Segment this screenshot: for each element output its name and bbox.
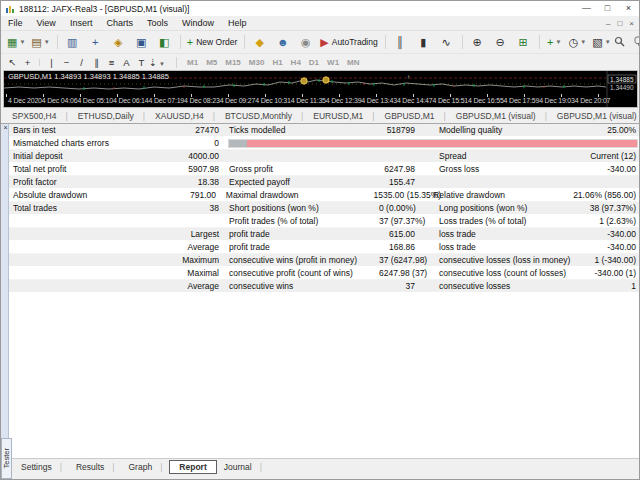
mql5-community-icon[interactable]: ☻ ▼	[272, 33, 293, 51]
tester-tab[interactable]: EURUSD,M1	[308, 110, 379, 122]
tester-tab[interactable]: SPX500,H4	[7, 110, 73, 122]
templates-icon[interactable]: ▧ ▼	[590, 33, 612, 51]
indicators-icon[interactable]: + ▼	[544, 33, 565, 51]
equidistant-channel-icon[interactable]: ∥▼	[89, 57, 104, 68]
menu-item[interactable]: Charts	[99, 18, 140, 28]
timeframe-button[interactable]: M30	[245, 57, 269, 68]
tester-bottom-tab[interactable]: Settings	[14, 461, 69, 473]
tester-tab[interactable]: ETHUSD,Daily	[73, 110, 150, 122]
terminal-icon[interactable]: ▣ ▼	[131, 33, 152, 51]
trendline-icon[interactable]: /▼	[74, 57, 89, 68]
svg-text:↑: ↑	[407, 74, 410, 80]
report-row[interactable]: Maximal consecutive profit (count of win…	[9, 267, 640, 280]
chat-icon[interactable]	[634, 36, 640, 47]
timeframe-button[interactable]: M15	[221, 57, 245, 68]
tester-tab[interactable]: GBPUSD,M1 (visual)	[552, 110, 640, 122]
menu-item[interactable]: File	[1, 18, 30, 28]
mdi-close-button[interactable]: ×	[629, 19, 634, 28]
report-row[interactable]: Initial deposit 4000.00 Spread Current (…	[9, 150, 640, 163]
drawing-toolbar: ↖▼ +▼ |▼ −▼ /▼ ∥▼ ≡▼ A▼ T▼ ⇣▼ M1 M5 M15 …	[1, 54, 639, 70]
mdi-minimize-button[interactable]: –	[606, 19, 610, 28]
time-axis-label: 4 Dec 2020	[8, 97, 42, 104]
navigator-icon[interactable]: ◈ ▼	[108, 33, 129, 51]
arrows-icon[interactable]: ⇣▼	[149, 57, 164, 68]
close-button[interactable]: ×	[618, 1, 639, 16]
vertical-line-icon[interactable]: |▼	[44, 57, 59, 68]
zoom-out-icon[interactable]: ⊖ ▼	[490, 33, 511, 51]
tester-tab[interactable]: XAUUSD,H4	[150, 110, 220, 122]
horizontal-line-icon[interactable]: −▼	[59, 57, 74, 68]
report-row[interactable]: Maximum consecutive wins (profit in mone…	[9, 254, 640, 267]
timeframe-strip: M1 M5 M15 M30 H1 H4 D1 W1 MN	[176, 57, 364, 68]
timeframe-button[interactable]: MN	[343, 57, 363, 68]
tester-bottom-tab[interactable]: Report	[169, 460, 216, 474]
expert-advisors-icon[interactable]: ◆ ▼	[249, 33, 270, 51]
drawing-toolbar-buttons: ↖▼ +▼ |▼ −▼ /▼ ∥▼ ≡▼ A▼ T▼ ⇣▼	[5, 57, 164, 68]
timeframe-button[interactable]: H1	[268, 57, 286, 68]
report-row[interactable]: Total net profit 5907.98 Gross profit 62…	[9, 163, 640, 176]
report-cell-value: 37 (6247.98)	[379, 255, 415, 265]
tester-tab[interactable]: BTCUSD,Monthly	[220, 110, 308, 122]
report-cell-value: 518799	[379, 125, 415, 135]
text-label-icon[interactable]: T▼	[134, 57, 149, 68]
report-cell-label: Absolute drawdown	[9, 190, 153, 200]
cursor-icon[interactable]: ↖▼	[5, 57, 20, 68]
periods-icon[interactable]: ◷ ▼	[567, 33, 589, 51]
timeframe-button[interactable]: D1	[305, 57, 323, 68]
time-axis-label: 4 Dec 13:43	[361, 97, 397, 104]
new-order-icon[interactable]: + New Order ▼	[185, 33, 240, 51]
menu-item[interactable]: Window	[175, 18, 221, 28]
tester-close-icon[interactable]: ×	[2, 124, 9, 132]
tester-bottom-tab[interactable]: Journal	[217, 461, 269, 473]
new-chart-icon[interactable]: ▦ ▼	[5, 33, 27, 51]
title-bar: 188112: JAFX-Real3 - [GBPUSD,M1 (visual)…	[1, 1, 639, 16]
report-row[interactable]: Average consecutive wins 37 consecutive …	[9, 280, 640, 293]
time-axis-label: 4 Dec 10:31	[255, 97, 291, 104]
crosshair-icon[interactable]: +▼	[20, 57, 35, 68]
maximize-button[interactable]: □	[597, 1, 618, 16]
menu-item[interactable]: Help	[221, 18, 254, 28]
menu-item[interactable]: Insert	[63, 18, 100, 28]
tester-tab[interactable]: GBPUSD,M1 (visual)	[451, 110, 552, 122]
zoom-in-icon[interactable]: ⊕ ▼	[467, 33, 488, 51]
line-chart-icon[interactable]: ∿ ▼	[436, 33, 457, 51]
timeframe-button[interactable]: M5	[202, 57, 221, 68]
tile-windows-icon[interactable]: ⊞ ▼	[513, 33, 534, 51]
text-icon[interactable]: A▼	[119, 57, 134, 68]
bar-chart-icon[interactable]: ║ ▼	[390, 33, 411, 51]
tester-bottom-tab[interactable]: Results	[69, 461, 122, 473]
market-icon[interactable]: ◉ ▼	[295, 33, 316, 51]
timeframe-button[interactable]: H4	[287, 57, 305, 68]
menu-bar: File View Insert Charts Tools Window Hel…	[1, 16, 639, 31]
timeframe-button[interactable]: M1	[183, 57, 202, 68]
report-row[interactable]: Bars in test 27470 Ticks modelled 518799…	[9, 124, 640, 137]
tester-panel-vertical-tab[interactable]: Tester	[1, 438, 12, 479]
tester-symbol-tabs: SPX500,H4 ETHUSD,Daily XAUUSD,H4 BTCUSD,…	[1, 109, 639, 124]
mdi-restore-button[interactable]: □	[617, 19, 622, 28]
autotrading-icon[interactable]: ▶ AutoTrading ▼	[318, 33, 379, 51]
minimize-button[interactable]: —	[576, 1, 597, 16]
market-watch-icon[interactable]: ▥ ▼	[62, 33, 83, 51]
report-row[interactable]: Absolute drawdown 791.00 Maximal drawdow…	[9, 189, 640, 202]
data-window-icon[interactable]: + ▼	[85, 33, 106, 51]
candlestick-icon[interactable]: ▮ ▼	[413, 33, 434, 51]
tester-bottom-tab[interactable]: Graph	[122, 461, 170, 473]
fibonacci-icon[interactable]: ≡▼	[104, 57, 119, 68]
report-row[interactable]: Profit factor 18.38 Expected payoff 155.…	[9, 176, 640, 189]
search-icon[interactable]	[614, 36, 625, 47]
menu-item[interactable]: Tools	[140, 18, 175, 28]
menu-item[interactable]: View	[30, 18, 63, 28]
report-cell-value: 21.06% (856.00)	[573, 190, 640, 200]
chart-window[interactable]: ↑ 1.34885 1.34490 GBPUSD,M1 1.34893 1.34…	[3, 70, 638, 108]
report-row[interactable]: Average profit trade 168.86 loss trade -…	[9, 241, 640, 254]
timeframe-button[interactable]: W1	[323, 57, 343, 68]
strategy-tester-icon[interactable]: ◧ ▼	[154, 33, 175, 51]
report-row[interactable]: Profit trades (% of total) 37 (97.37%) L…	[9, 215, 640, 228]
report-cell-label: Total net profit	[9, 164, 155, 174]
report-cell-value: -340.00	[581, 229, 640, 239]
profiles-icon[interactable]: ▤ ▼	[29, 33, 51, 51]
tester-tab[interactable]: GBPUSD,M1	[380, 110, 451, 122]
trade-marker-icon	[301, 78, 307, 84]
report-row[interactable]: Largest profit trade 615.00 loss trade -…	[9, 228, 640, 241]
report-row[interactable]: Total trades 38 Short positions (won %) …	[9, 202, 640, 215]
